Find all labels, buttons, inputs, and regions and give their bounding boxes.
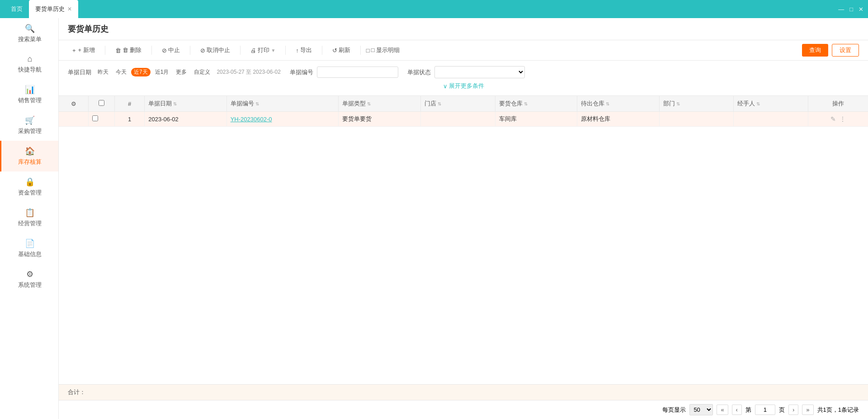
- shortcut-today[interactable]: 今天: [113, 68, 129, 76]
- date-filter-group: 单据日期 昨天 今天 近7天 近1月 更多 自定义 2023-05-27 至 2…: [68, 68, 281, 76]
- next-page-button[interactable]: ›: [788, 405, 798, 415]
- row-checkbox[interactable]: [92, 115, 98, 121]
- sort-date-icon: ⇅: [173, 101, 177, 106]
- toolbar: + + 新增 🗑 🗑 删除 ⊘ 中止 ⊘ 取消中止 🖨 打印: [59, 40, 868, 61]
- doc-number-input[interactable]: [317, 67, 398, 78]
- separator-6: [322, 46, 322, 55]
- cancel-stop-icon: ⊘: [200, 47, 205, 54]
- sidebar-item-inventory[interactable]: 🏠 库存核算: [0, 141, 58, 171]
- select-all-checkbox[interactable]: [99, 100, 104, 106]
- page-title: 要货单历史: [68, 24, 859, 34]
- row-checkbox-cell: [89, 112, 115, 127]
- sidebar-item-search[interactable]: 🔍 搜索菜单: [0, 18, 58, 49]
- home-icon: ⌂: [28, 54, 33, 64]
- status-select[interactable]: [434, 66, 525, 78]
- sort-handler-icon: ⇅: [756, 101, 760, 106]
- sidebar-item-basic-info[interactable]: 📄 基础信息: [0, 233, 58, 264]
- inventory-icon: 🏠: [25, 146, 35, 156]
- settings-button[interactable]: 设置: [832, 44, 859, 57]
- finance-icon: 🔒: [25, 177, 35, 187]
- stop-button[interactable]: ⊘ 中止: [157, 44, 184, 56]
- first-page-button[interactable]: «: [717, 405, 728, 415]
- sidebar-item-finance[interactable]: 🔒 资金管理: [0, 171, 58, 202]
- sort-docnum-icon: ⇅: [255, 101, 259, 106]
- window-close-icon[interactable]: ✕: [859, 6, 863, 13]
- doc-number-link[interactable]: YH-20230602-0: [231, 116, 272, 123]
- col-pending-warehouse[interactable]: 待出仓库⇅: [577, 96, 659, 112]
- tab-home[interactable]: 首页: [5, 0, 29, 18]
- shortcut-yesterday[interactable]: 昨天: [95, 68, 111, 76]
- page-suffix: 页: [779, 406, 785, 414]
- shortcut-7days[interactable]: 近7天: [131, 68, 151, 76]
- page-input[interactable]: [755, 405, 775, 415]
- query-button[interactable]: 查询: [802, 44, 828, 57]
- col-handler[interactable]: 经手人⇅: [734, 96, 808, 112]
- sidebar-item-inventory-label: 库存核算: [18, 158, 42, 166]
- per-page-select[interactable]: 10 20 50 100: [689, 404, 713, 415]
- sidebar-item-system[interactable]: ⚙ 系统管理: [0, 264, 58, 295]
- top-bar-right: — □ ✕: [838, 6, 863, 13]
- sidebar-item-purchase[interactable]: 🛒 采购管理: [0, 110, 58, 141]
- separator-2: [151, 46, 152, 55]
- date-range-display: 2023-05-27 至 2023-06-02: [217, 68, 280, 76]
- shortcut-more[interactable]: 更多: [173, 68, 189, 76]
- col-department[interactable]: 部门⇅: [659, 96, 734, 112]
- sales-icon: 📊: [25, 85, 35, 95]
- separator-7: [360, 46, 361, 55]
- sidebar: 🔍 搜索菜单 ⌂ 快捷导航 📊 销售管理 🛒 采购管理 🏠 库存核算 🔒 资金管…: [0, 18, 59, 419]
- sidebar-item-operations[interactable]: 📋 经营管理: [0, 202, 58, 233]
- shortcut-1month[interactable]: 近1月: [152, 68, 172, 76]
- close-tab-icon[interactable]: ✕: [67, 6, 72, 12]
- print-dropdown-icon: ▼: [271, 48, 275, 53]
- sidebar-item-sales-label: 销售管理: [18, 96, 42, 105]
- delete-button[interactable]: 🗑 🗑 删除: [111, 44, 146, 56]
- col-checkbox: [89, 96, 115, 112]
- separator-5: [285, 46, 286, 55]
- tab-requisition-history[interactable]: 要货单历史 ✕: [29, 0, 78, 18]
- window-maximize-icon[interactable]: □: [849, 6, 853, 13]
- row-pendwh-cell: 原材料仓库: [577, 112, 659, 127]
- col-settings[interactable]: ⚙: [59, 96, 89, 112]
- prev-page-button[interactable]: ‹: [732, 405, 742, 415]
- print-button[interactable]: 🖨 打印 ▼: [246, 44, 280, 56]
- row-doctype-cell: 要货单要货: [339, 112, 420, 127]
- filter-row: 单据日期 昨天 今天 近7天 近1月 更多 自定义 2023-05-27 至 2…: [68, 66, 859, 78]
- separator-3: [190, 46, 190, 55]
- new-icon: +: [72, 47, 76, 54]
- display-cell-toggle[interactable]: □ □ 显示明细: [366, 46, 400, 54]
- col-doc-type[interactable]: 单据类型⇅: [339, 96, 420, 112]
- sidebar-item-quick-nav[interactable]: ⌂ 快捷导航: [0, 49, 58, 79]
- shortcut-custom[interactable]: 自定义: [191, 68, 213, 76]
- window-minimize-icon[interactable]: —: [838, 6, 844, 13]
- cancel-stop-button[interactable]: ⊘ 取消中止: [196, 44, 235, 56]
- col-store[interactable]: 门店⇅: [420, 96, 495, 112]
- row-date-cell: 2023-06-02: [145, 112, 226, 127]
- export-button[interactable]: ↑ 导出: [291, 44, 316, 56]
- top-bar: 首页 要货单历史 ✕ — □ ✕: [0, 0, 868, 18]
- expand-filter-button[interactable]: ∨ 展开更多条件: [443, 82, 484, 90]
- filter-area: 单据日期 昨天 今天 近7天 近1月 更多 自定义 2023-05-27 至 2…: [59, 61, 868, 96]
- per-page-label: 每页显示: [662, 406, 686, 414]
- pagination: 每页显示 10 20 50 100 « ‹ 第 页 › » 共1页，1条记录: [59, 400, 868, 419]
- total-info: 共1页，1条记录: [817, 406, 859, 414]
- sidebar-item-operations-label: 经营管理: [18, 219, 42, 228]
- col-doc-number[interactable]: 单据编号⇅: [226, 96, 338, 112]
- sidebar-item-finance-label: 资金管理: [18, 189, 42, 197]
- date-label: 单据日期: [68, 68, 91, 76]
- row-edit-icon[interactable]: ✎: [830, 115, 836, 123]
- separator-4: [240, 46, 241, 55]
- col-req-warehouse[interactable]: 要货仓库⇅: [495, 96, 577, 112]
- col-action: 操作: [808, 96, 868, 112]
- row-settings-cell: [59, 112, 89, 127]
- sidebar-item-search-label: 搜索菜单: [18, 35, 42, 43]
- new-button[interactable]: + + 新增: [68, 44, 99, 56]
- col-date[interactable]: 单据日期⇅: [145, 96, 226, 112]
- refresh-icon: ↺: [332, 47, 337, 54]
- refresh-button[interactable]: ↺ 刷新: [328, 44, 355, 56]
- sidebar-item-sales[interactable]: 📊 销售管理: [0, 79, 58, 110]
- basic-info-icon: 📄: [25, 238, 35, 248]
- last-page-button[interactable]: »: [802, 405, 813, 415]
- row-more-icon[interactable]: ⋮: [840, 115, 846, 123]
- sidebar-item-purchase-label: 采购管理: [18, 127, 42, 135]
- search-icon: 🔍: [25, 24, 35, 33]
